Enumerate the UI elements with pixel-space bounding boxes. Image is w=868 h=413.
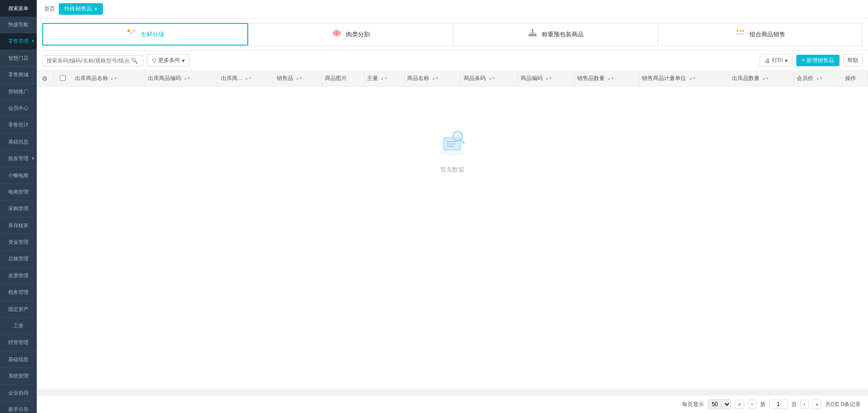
sidebar-item-newbie[interactable]: 新手引导 — [0, 402, 37, 413]
svg-point-11 — [532, 29, 533, 31]
sort-icon[interactable]: ▲▼ — [295, 77, 303, 80]
sidebar-item-quick-nav[interactable]: 快捷导航 — [0, 17, 37, 33]
sidebar-item-tax-mgmt[interactable]: 税务管理 — [0, 284, 37, 301]
tab-meat-cut[interactable]: 肉类分割 — [248, 23, 453, 46]
tab-fresh-grade-label: 生鲜分级 — [141, 30, 165, 39]
empty-state-icon — [434, 123, 471, 160]
sort-icon[interactable]: ▲▼ — [380, 77, 388, 80]
sidebar-item-marketing[interactable]: 营销推广 — [0, 84, 37, 100]
page-content: 生鲜分级 肉类分割 — [37, 18, 868, 413]
sidebar-item-wages[interactable]: 工资 — [0, 318, 37, 334]
sidebar-item-inventory[interactable]: 库存核算 — [0, 218, 37, 234]
sidebar-item-retail-mall[interactable]: 零售商城 — [0, 67, 37, 83]
sort-icon[interactable]: ▲▼ — [431, 77, 439, 80]
svg-point-14 — [737, 30, 738, 32]
sidebar-logo-label: 搜索菜单 — [8, 5, 28, 12]
sidebar-logo[interactable]: 搜索菜单 — [0, 0, 37, 17]
topbar: 首页 特殊销售品 ✕ — [37, 0, 868, 18]
svg-point-27 — [455, 133, 460, 139]
sort-icon[interactable]: ▲▼ — [245, 77, 252, 80]
tab-combo-sales-label: 组合商品销售 — [749, 30, 785, 39]
th-sales-qty: 销售品数量 ▲▼ — [574, 71, 639, 86]
sidebar-item-retail-mgmt[interactable]: 零售管理 — [0, 33, 37, 50]
print-button[interactable]: 🖨 打印 ▾ — [760, 54, 793, 67]
sort-icon[interactable]: ▲▼ — [183, 77, 191, 80]
weigh-prepack-icon — [527, 29, 538, 40]
sidebar-item-purchase-mgmt[interactable]: 采购管理 — [0, 201, 37, 217]
next-page-button[interactable]: › — [800, 400, 809, 409]
svg-line-12 — [530, 32, 531, 34]
sidebar-item-wholesale-mgmt[interactable]: 批发管理 — [0, 150, 37, 167]
th-out-qty: 出库品数量 ▲▼ — [729, 71, 794, 86]
select-all-checkbox[interactable] — [60, 75, 66, 81]
home-link[interactable]: 首页 — [44, 5, 55, 13]
toolbar: 🔍 ▽ 更多条件 ▾ 🖨 打印 ▾ + 新增销售品 帮助 — [37, 51, 868, 71]
th-member-price: 会员价 ▲▼ — [794, 71, 842, 86]
sidebar-item-capital-mgmt[interactable]: 资金管理 — [0, 234, 37, 251]
tab-combo-sales[interactable]: 组合商品销售 — [658, 23, 862, 46]
empty-text: 暂无数据 — [440, 166, 464, 174]
filter-button[interactable]: ▽ 更多条件 ▾ — [147, 54, 190, 67]
sort-icon[interactable]: ▲▼ — [607, 77, 614, 80]
svg-point-18 — [739, 33, 741, 35]
active-tab[interactable]: 特殊销售品 ✕ — [59, 3, 103, 15]
th-goods-code: 商品编码 ▲▼ — [517, 71, 574, 86]
sidebar: 搜索菜单 快捷导航 零售管理 智慧门店 零售商城 营销推广 会员中心 零售统计 … — [0, 0, 37, 413]
table-body: 暂无数据 — [37, 86, 868, 211]
sort-icon[interactable]: ▲▼ — [762, 77, 769, 80]
sidebar-item-general-ledger[interactable]: 总账管理 — [0, 251, 37, 267]
sidebar-item-basic-info2[interactable]: 基础信息 — [0, 351, 37, 368]
th-goods-barcode: 商品条码 ▲▼ — [461, 71, 517, 86]
th-goods-image: 商品图片 — [322, 71, 364, 86]
prev-page-button[interactable]: ‹ — [748, 400, 756, 409]
svg-point-15 — [739, 30, 741, 32]
tab-fresh-grade[interactable]: 生鲜分级 — [42, 23, 248, 46]
search-box[interactable]: 🔍 — [42, 55, 143, 66]
help-button[interactable]: 帮助 — [843, 54, 862, 67]
sidebar-item-member-center[interactable]: 会员中心 — [0, 100, 37, 117]
sidebar-item-smart-store[interactable]: 智慧门店 — [0, 50, 37, 67]
svg-line-28 — [461, 139, 464, 143]
sidebar-item-company-proto[interactable]: 企业协同 — [0, 385, 37, 402]
print-icon: 🖨 — [765, 57, 770, 64]
horizontal-scrollbar[interactable] — [37, 390, 868, 395]
tab-weigh-prepack[interactable]: 称重预包装商品 — [453, 23, 658, 46]
per-page-select[interactable]: 50 10 20 100 — [708, 399, 731, 409]
th-goods-name: 商品名称 ▲▼ — [404, 71, 460, 86]
filter-icon: ▽ — [152, 57, 156, 64]
add-button[interactable]: + 新增销售品 — [796, 55, 840, 66]
last-page-button[interactable]: » — [812, 400, 822, 409]
sort-icon[interactable]: ▲▼ — [816, 77, 823, 80]
sidebar-item-ops-mgmt[interactable]: 经营管理 — [0, 334, 37, 351]
sort-icon[interactable]: ▲▼ — [689, 77, 696, 80]
fresh-grade-icon — [126, 29, 137, 40]
sidebar-item-invoice-mgmt[interactable]: 发票管理 — [0, 268, 37, 284]
page-label: 第 — [760, 401, 766, 408]
th-out-goods-code: 出库商品编码 ▲▼ — [145, 71, 218, 86]
sort-icon[interactable]: ▲▼ — [110, 77, 118, 80]
sort-icon[interactable]: ▲▼ — [545, 77, 552, 80]
first-page-button[interactable]: « — [735, 400, 744, 409]
sidebar-item-sys-mgmt[interactable]: 系统管理 — [0, 368, 37, 384]
sidebar-item-retail-stats[interactable]: 零售统计 — [0, 117, 37, 133]
th-out-goods-spec: 出库商... ▲▼ — [218, 71, 273, 86]
search-icon[interactable]: 🔍 — [131, 57, 138, 64]
th-sales-goods: 销售品 ▲▼ — [273, 71, 322, 86]
search-input[interactable] — [46, 57, 129, 64]
toolbar-right: 🖨 打印 ▾ + 新增销售品 帮助 — [760, 54, 862, 67]
th-out-goods-name: 出库商品名称 ▲▼ — [72, 71, 145, 86]
sidebar-item-fixed-assets[interactable]: 固定资产 — [0, 301, 37, 318]
tab-weigh-prepack-label: 称重预包装商品 — [542, 30, 584, 39]
print-label: 打印 — [772, 57, 783, 64]
sidebar-item-mini-ecommerce[interactable]: 小畅电商 — [0, 167, 37, 184]
svg-point-19 — [742, 33, 744, 35]
sidebar-item-basic-info[interactable]: 基础信息 — [0, 134, 37, 150]
pagination-bar: 每页显示 50 10 20 100 « ‹ 第 页 › » 共0页 0条记录 — [37, 395, 868, 413]
sidebar-item-ecommerce-mgmt[interactable]: 电商管理 — [0, 184, 37, 201]
meat-cut-icon — [331, 29, 342, 40]
sort-icon[interactable]: ▲▼ — [488, 77, 496, 80]
column-settings-icon[interactable]: ⚙ — [42, 75, 48, 82]
th-settings: ⚙ — [37, 71, 53, 86]
close-tab-icon[interactable]: ✕ — [94, 6, 97, 11]
page-input[interactable] — [769, 400, 788, 409]
